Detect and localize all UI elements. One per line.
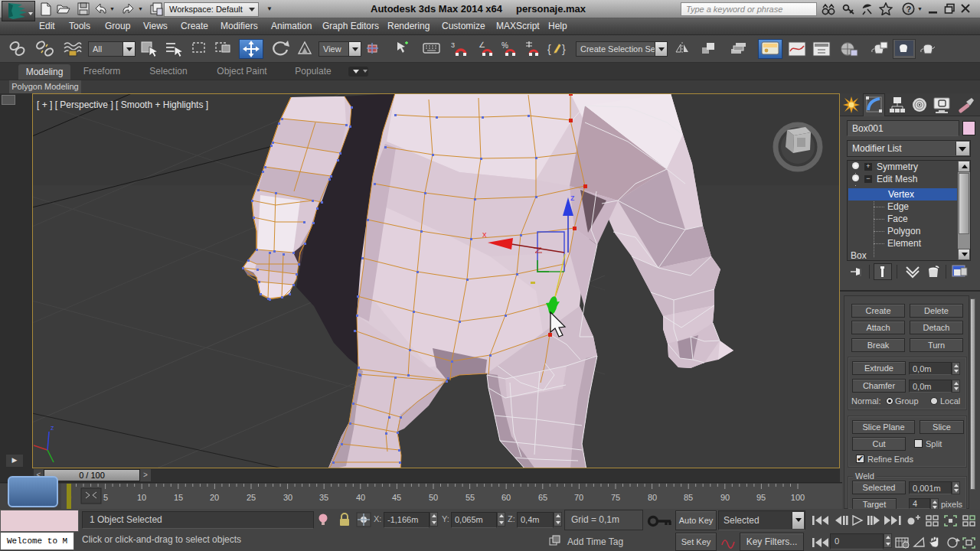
svg-text:[ + ] [ Perspective ] [ Smooth: [ + ] [ Perspective ] [ Smooth + Highlig… (37, 99, 208, 110)
svg-text:45: 45 (392, 493, 401, 502)
svg-text:x: x (482, 230, 487, 239)
svg-text:5: 5 (103, 493, 108, 502)
svg-text:85: 85 (684, 493, 693, 502)
svg-text:70: 70 (574, 493, 583, 502)
svg-text:95: 95 (756, 493, 766, 502)
svg-text:%: % (501, 41, 508, 50)
svg-text:55: 55 (466, 493, 475, 502)
svg-text:20: 20 (210, 493, 219, 502)
svg-text:{: { (547, 43, 551, 55)
svg-text:60: 60 (501, 493, 511, 502)
svg-text:15: 15 (174, 493, 183, 502)
svg-text:75: 75 (611, 493, 620, 502)
svg-text:100: 100 (791, 493, 805, 502)
svg-text:z: z (570, 193, 575, 202)
svg-text:?: ? (906, 5, 912, 14)
svg-text:65: 65 (538, 493, 547, 502)
svg-text:35: 35 (319, 493, 328, 502)
svg-text:40: 40 (356, 493, 365, 502)
svg-text:10: 10 (137, 493, 146, 502)
svg-text:30: 30 (283, 493, 292, 502)
svg-text:Group: Group (895, 396, 919, 406)
svg-text:90: 90 (720, 493, 730, 502)
svg-text:80: 80 (648, 493, 657, 502)
svg-text:3: 3 (451, 41, 455, 49)
svg-text:z: z (51, 424, 54, 432)
svg-text:50: 50 (429, 493, 438, 502)
svg-text:25: 25 (247, 493, 256, 502)
svg-text:∠: ∠ (479, 41, 485, 49)
svg-text:Local: Local (940, 396, 960, 406)
svg-text:}: } (562, 43, 566, 55)
